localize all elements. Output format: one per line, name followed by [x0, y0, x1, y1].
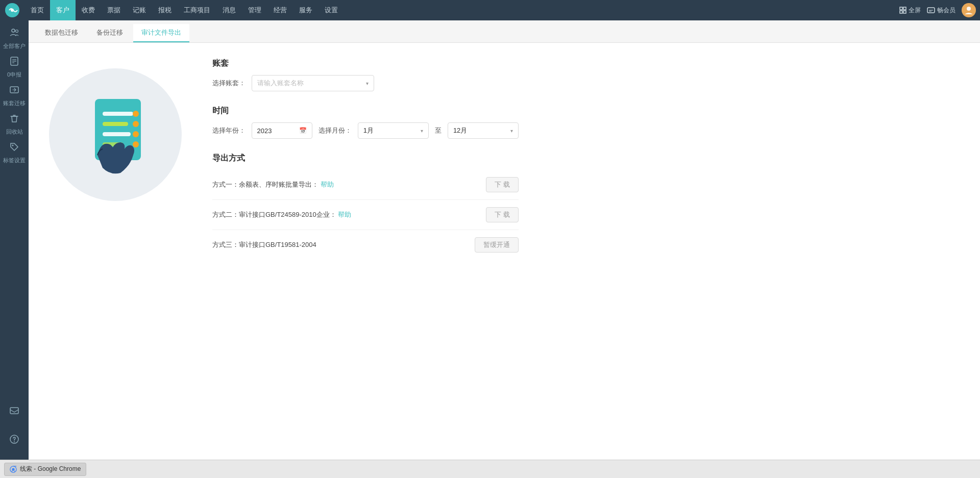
trash-icon	[9, 113, 19, 126]
time-separator: 至	[435, 126, 442, 135]
nav-tax[interactable]: 报税	[152, 0, 178, 20]
account-section-title: 账套	[212, 58, 519, 69]
nav-bookkeeping[interactable]: 记账	[127, 0, 152, 20]
svg-point-1	[11, 9, 14, 12]
export-methods-list: 方式一：余额表、序时账批量导出： 帮助 下 载 方式二：审计接口GB/T2458…	[212, 170, 519, 260]
account-form-row: 选择账套： 请输入账套名称 ▾	[212, 75, 519, 91]
chevron-down-icon: ▾	[366, 81, 369, 86]
sidebar-item-label: 全部客户	[3, 42, 26, 50]
nav-right: 全屏 畅会员	[899, 3, 976, 17]
svg-point-19	[14, 441, 15, 442]
svg-rect-23	[103, 132, 131, 136]
illustration-wrap	[49, 58, 182, 444]
sidebar-item-label: 账套迁移	[3, 99, 26, 107]
nav-business[interactable]: 工商项目	[178, 0, 216, 20]
year-label: 选择年份：	[212, 126, 246, 135]
svg-rect-2	[900, 7, 902, 10]
sidebar-item-label: 0申报	[7, 71, 21, 79]
svg-rect-4	[900, 11, 902, 13]
month-to-value: 12月	[453, 126, 506, 135]
month-label: 选择月份：	[318, 126, 352, 135]
svg-point-28	[133, 141, 139, 147]
account-section: 账套 选择账套： 请输入账套名称 ▾	[212, 58, 519, 91]
method-2-help-link[interactable]: 帮助	[338, 211, 351, 218]
member-button[interactable]: 畅会员	[927, 6, 955, 15]
sidebar-item-zero-declare[interactable]: 0申报	[0, 53, 29, 82]
sidebar-item-trash[interactable]: 回收站	[0, 110, 29, 139]
export-method-2: 方式二：审计接口GB/T24589-2010企业： 帮助 下 载	[212, 200, 519, 230]
fullscreen-label: 全屏	[909, 6, 921, 15]
content-area: 数据包迁移 备份迁移 审计文件导出	[29, 20, 980, 460]
calendar-icon: 📅	[299, 127, 307, 134]
nav-invoice[interactable]: 票据	[101, 0, 127, 20]
svg-rect-3	[903, 7, 906, 10]
tab-data-migration[interactable]: 数据包迁移	[37, 24, 86, 42]
sidebar-item-tags[interactable]: 标签设置	[0, 139, 29, 167]
nav-manage[interactable]: 管理	[242, 0, 267, 20]
export-section: 导出方式 方式一：余额表、序时账批量导出： 帮助 下 载	[212, 153, 519, 260]
sidebar-help-icon[interactable]	[0, 425, 29, 454]
taskbar-chrome-item[interactable]: 线索 - Google Chrome	[4, 463, 86, 476]
svg-point-25	[133, 111, 139, 117]
month-from-select[interactable]: 1月 ▾	[358, 122, 429, 139]
sidebar-item-migrate[interactable]: 账套迁移	[0, 82, 29, 110]
time-section: 时间 选择年份： 2023 📅 选择月份： 1月 ▾ 至	[212, 106, 519, 139]
avatar[interactable]	[962, 3, 976, 17]
time-form-row: 选择年份： 2023 📅 选择月份： 1月 ▾ 至 12月	[212, 122, 519, 139]
time-section-title: 时间	[212, 106, 519, 116]
method-3-text: 方式三：审计接口GB/T19581-2004	[212, 240, 316, 249]
svg-rect-5	[903, 11, 906, 13]
tab-backup-migration[interactable]: 备份迁移	[88, 24, 131, 42]
form-area: 账套 选择账套： 请输入账套名称 ▾ 时间 选择年份：	[212, 58, 519, 444]
top-nav: 首页 客户 收费 票据 记账 报税 工商项目 消息 管理 经营 服务 设置 全屏	[0, 0, 980, 20]
svg-point-26	[133, 121, 139, 127]
year-input[interactable]: 2023 📅	[252, 122, 312, 139]
account-select[interactable]: 请输入账套名称 ▾	[252, 75, 374, 91]
svg-point-8	[967, 7, 971, 11]
month-to-select[interactable]: 12月 ▾	[448, 122, 519, 139]
fullscreen-button[interactable]: 全屏	[899, 6, 921, 15]
month-from-value: 1月	[363, 126, 416, 135]
tabs-bar: 数据包迁移 备份迁移 审计文件导出	[29, 20, 980, 43]
method-2-download-button[interactable]: 下 载	[486, 207, 519, 222]
tab-audit-export[interactable]: 审计文件导出	[133, 24, 189, 42]
nav-customer[interactable]: 客户	[50, 0, 76, 20]
chevron-down-icon: ▾	[510, 128, 513, 134]
sidebar-item-label: 回收站	[6, 128, 23, 136]
illustration-circle	[49, 68, 182, 201]
export-section-title: 导出方式	[212, 153, 519, 164]
nav-billing[interactable]: 收费	[76, 0, 101, 20]
nav-settings[interactable]: 设置	[318, 0, 344, 20]
nav-items: 首页 客户 收费 票据 记账 报税 工商项目 消息 管理 经营 服务 设置	[24, 0, 899, 20]
main-layout: 全部客户 0申报 账套迁移	[0, 20, 980, 460]
nav-message[interactable]: 消息	[216, 0, 242, 20]
svg-point-10	[16, 30, 18, 33]
declare-icon	[9, 56, 19, 69]
sidebar-bottom	[0, 396, 29, 460]
sidebar-item-all-customers[interactable]: 全部客户	[0, 24, 29, 53]
svg-point-27	[133, 131, 139, 137]
method-1-download-button[interactable]: 下 载	[486, 177, 519, 192]
svg-point-16	[12, 145, 14, 146]
method-3-coming-soon-button: 暂缓开通	[475, 237, 519, 253]
taskbar-item-label: 线索 - Google Chrome	[20, 465, 81, 473]
method-1-help-link[interactable]: 帮助	[321, 181, 334, 188]
nav-home[interactable]: 首页	[24, 0, 50, 20]
method-2-text: 方式二：审计接口GB/T24589-2010企业： 帮助	[212, 210, 351, 219]
export-method-3: 方式三：审计接口GB/T19581-2004 暂缓开通	[212, 230, 519, 260]
account-label: 选择账套：	[212, 79, 246, 88]
sidebar-message-icon[interactable]	[0, 396, 29, 425]
year-value: 2023	[257, 127, 272, 135]
nav-service[interactable]: 服务	[293, 0, 318, 20]
sidebar-item-label: 标签设置	[3, 157, 26, 164]
customers-icon	[9, 28, 19, 40]
chevron-down-icon: ▾	[421, 128, 423, 134]
export-method-1: 方式一：余额表、序时账批量导出： 帮助 下 载	[212, 170, 519, 200]
nav-operations[interactable]: 经营	[267, 0, 293, 20]
svg-rect-22	[103, 122, 128, 126]
method-1-text: 方式一：余额表、序时账批量导出： 帮助	[212, 180, 334, 189]
taskbar: 线索 - Google Chrome	[0, 460, 980, 478]
member-label: 畅会员	[937, 6, 955, 15]
account-placeholder: 请输入账套名称	[257, 79, 362, 88]
app-logo	[4, 2, 20, 18]
